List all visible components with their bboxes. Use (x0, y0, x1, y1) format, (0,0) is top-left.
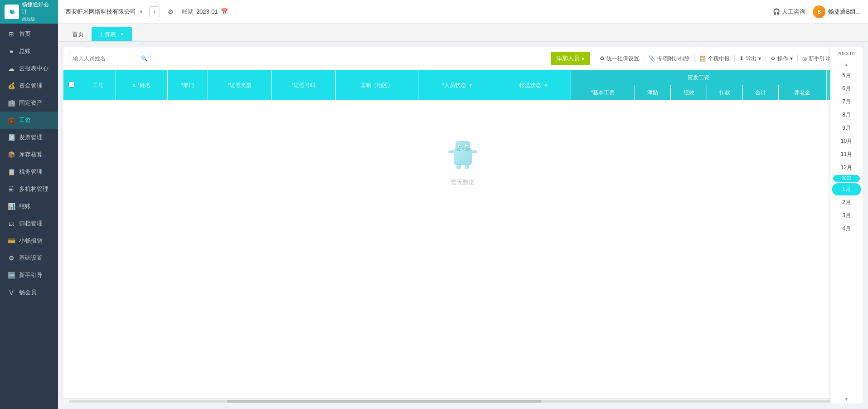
sidebar-item-close[interactable]: 📊 结账 (0, 198, 58, 215)
sidebar-item-home[interactable]: ⊞ 首页 (0, 25, 58, 43)
ledger-icon: ≡ (7, 48, 15, 55)
sidebar-label-archive: 归档管理 (19, 219, 43, 228)
search-icon: 🔍 (141, 55, 148, 62)
toolbar-separator-4 (734, 55, 735, 62)
toolbar-separator-2 (644, 55, 644, 62)
status-filter-icon[interactable]: ▼ (468, 83, 473, 88)
sidebar-item-tax[interactable]: 📋 税务管理 (0, 163, 58, 180)
content: 🔍 添加人员 ▾ ♻ 统一社保设置 📎 专项附加扣除 (58, 42, 868, 409)
sidebar-label-invoice: 发票管理 (19, 133, 43, 141)
user-menu[interactable]: B 畅捷通B组... (813, 5, 861, 18)
cal-month-11[interactable]: 11月 (832, 148, 861, 161)
calendar-icon[interactable]: 📅 (221, 8, 228, 15)
sidebar-label-member: 畅会员 (19, 288, 37, 297)
tab-label-home: 首页 (72, 30, 84, 39)
sidebar-label-cloud: 云报表中心 (19, 64, 48, 73)
sidebar-item-guide[interactable]: 🆕 新手引导 (0, 267, 58, 284)
new-guide-button[interactable]: ◎ 新手引导 (802, 55, 830, 63)
th-deduct: 扣款 (707, 85, 742, 100)
topbar-right: 🎧 人工咨询 B 畅捷通B组... (773, 5, 861, 18)
help-button[interactable]: 🎧 人工咨询 (773, 8, 805, 16)
scroll-track[interactable] (69, 400, 857, 403)
period-value: 2023-01 (196, 8, 218, 15)
sidebar-logo: 畅 畅捷通好会计 旗舰版 (0, 0, 58, 24)
cal-month-6[interactable]: 6月 (832, 83, 861, 95)
add-person-label: 添加人员 (556, 54, 580, 63)
svg-rect-1 (456, 141, 470, 151)
inventory-icon: 📦 (7, 151, 15, 158)
add-company-button[interactable]: + (149, 6, 160, 17)
svg-rect-7 (471, 150, 477, 153)
calendar-scroll-up[interactable]: ▲ (830, 60, 863, 69)
sidebar-item-cloud[interactable]: ☁ 云报表中心 (0, 60, 58, 77)
scroll-thumb (227, 400, 542, 403)
operations-button[interactable]: ⚙ 操作 ▾ (771, 55, 793, 63)
cal-month-10[interactable]: 10月 (832, 135, 861, 147)
cal-month-1[interactable]: 1月 (832, 183, 861, 195)
empty-icon (445, 136, 481, 173)
sidebar-item-assets[interactable]: 🏢 固定资产 (0, 94, 58, 112)
sidebar-label-ledger: 总账 (19, 47, 31, 55)
export-icon: ⬇ (739, 55, 744, 62)
cal-month-3[interactable]: 3月 (832, 209, 861, 222)
logo-icon: 畅 (5, 5, 19, 19)
tab-home[interactable]: 首页 (65, 27, 91, 41)
period-label: 账期 (182, 8, 194, 16)
calendar-scroll-down[interactable]: ▼ (830, 395, 863, 404)
sidebar-item-archive[interactable]: 🗂 归档管理 (0, 215, 58, 232)
cal-month-2[interactable]: 2月 (832, 196, 861, 209)
member-icon: V (7, 289, 15, 296)
special-deduct-button[interactable]: 📎 专项附加扣除 (649, 55, 690, 63)
sidebar-item-inventory[interactable]: 📦 库存核算 (0, 146, 58, 163)
th-pension: 养老金 (779, 85, 826, 100)
th-status: *人员状态 ▼ (418, 70, 497, 100)
deduct-icon: 📎 (649, 55, 655, 62)
add-person-button[interactable]: 添加人员 ▾ (551, 52, 590, 65)
search-input[interactable] (73, 55, 141, 62)
sidebar-item-member[interactable]: V 畅会员 (0, 284, 58, 301)
sidebar-item-payroll[interactable]: 💼 工资 (0, 112, 58, 129)
th-cert-no: *证照号码 (272, 70, 335, 100)
social-settings-button[interactable]: ♻ 统一社保设置 (600, 55, 639, 63)
th-cert-type: *证照类型 (208, 70, 272, 100)
tab-close-payroll-table[interactable]: ✕ (119, 31, 125, 38)
sidebar-item-expense[interactable]: 💳 小畅报销 (0, 232, 58, 249)
sidebar-label-payroll: 工资 (19, 116, 31, 124)
ops-icon: ⚙ (771, 55, 776, 62)
company-chevron-icon: ▼ (139, 9, 144, 15)
sidebar-label-tax: 税务管理 (19, 168, 43, 176)
personal-tax-button[interactable]: 🧮 个税申报 (699, 55, 730, 63)
select-all-checkbox[interactable] (68, 82, 74, 88)
ops-arrow-icon: ▾ (790, 55, 793, 62)
sidebar-item-settings[interactable]: ⚙ 基础设置 (0, 249, 58, 267)
cal-month-7[interactable]: 7月 (832, 96, 861, 108)
empty-state: 暂无数据 (63, 100, 863, 223)
empty-state-row: 暂无数据 (63, 100, 863, 223)
export-button[interactable]: ⬇ 导出 ▾ (739, 55, 761, 63)
guide-icon: 🆕 (7, 272, 15, 279)
tabbar: 首页工资表✕ (58, 24, 868, 42)
tax-icon: 📋 (7, 168, 15, 175)
expense-icon: 💳 (7, 237, 15, 244)
submit-filter-icon[interactable]: ▼ (544, 83, 548, 88)
cal-year-badge-2023: 2023 (833, 175, 860, 182)
cal-month-12[interactable]: 12月 (832, 161, 861, 174)
sidebar-item-invoice[interactable]: 🧾 发票管理 (0, 129, 58, 146)
svg-rect-8 (456, 164, 461, 169)
sidebar-item-multi[interactable]: 🏛 多机构管理 (0, 180, 58, 198)
sidebar-label-multi: 多机构管理 (19, 185, 48, 193)
cal-month-5[interactable]: 5月 (832, 69, 861, 82)
tab-payroll-table[interactable]: 工资表✕ (92, 27, 132, 41)
user-name: 畅捷通B组... (828, 8, 861, 16)
svg-rect-6 (448, 150, 454, 153)
cal-month-4[interactable]: 4月 (832, 223, 861, 235)
toolbar-right: 添加人员 ▾ ♻ 统一社保设置 📎 专项附加扣除 🧮 (551, 52, 857, 65)
sidebar-item-fund[interactable]: 💰 资金管理 (0, 77, 58, 94)
bottom-scrollbar (63, 398, 863, 404)
sidebar-item-ledger[interactable]: ≡ 总账 (0, 43, 58, 60)
cal-month-8[interactable]: 8月 (832, 109, 861, 121)
cal-month-9[interactable]: 9月 (832, 122, 861, 134)
settings-icon[interactable]: ⚙ (165, 6, 176, 17)
sidebar-label-close: 结账 (19, 202, 31, 210)
company-selector[interactable]: 西安虾米网络科技有限公司 ▼ (65, 8, 144, 16)
